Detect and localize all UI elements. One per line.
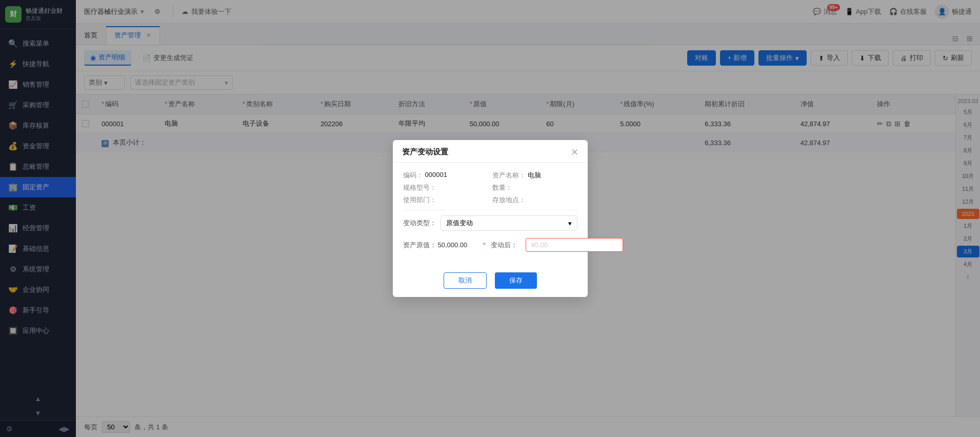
department-label: 使用部门： bbox=[403, 195, 436, 205]
modal-overlay: 资产变动设置 ✕ 编码： 000001 资产名称： 电脑 规格型号： bbox=[0, 0, 980, 437]
dialog-name-col: 资产名称： 电脑 bbox=[492, 171, 577, 180]
dialog-code-col: 编码： 000001 bbox=[403, 171, 488, 180]
dialog-dept-col: 使用部门： bbox=[403, 195, 488, 205]
asset-name-value: 电脑 bbox=[528, 171, 541, 180]
dialog-info-row-2: 规格型号： 数量： bbox=[403, 183, 577, 192]
save-button[interactable]: 保存 bbox=[495, 272, 537, 289]
quantity-label: 数量： bbox=[492, 183, 512, 192]
dialog-body: 编码： 000001 资产名称： 电脑 规格型号： 数量： bbox=[393, 163, 588, 267]
after-change-label: 变动后： bbox=[491, 241, 522, 250]
change-type-row: 变动类型： 原值变动 ▾ bbox=[403, 215, 577, 231]
asset-name-label: 资产名称： bbox=[492, 171, 526, 180]
dialog-title: 资产变动设置 bbox=[402, 147, 448, 157]
dialog-quantity-col: 数量： bbox=[492, 183, 577, 192]
cancel-button[interactable]: 取消 bbox=[444, 272, 487, 289]
dialog-info-row-1: 编码： 000001 资产名称： 电脑 bbox=[403, 171, 577, 180]
dialog-location-col: 存放地点： bbox=[492, 195, 577, 205]
code-label: 编码： bbox=[403, 171, 423, 180]
value-row: 资产原值： 50,000.00 * 变动后： bbox=[403, 238, 577, 252]
after-change-input[interactable] bbox=[526, 238, 623, 252]
change-type-value: 原值变动 bbox=[446, 218, 473, 228]
change-type-label: 变动类型： bbox=[403, 218, 436, 228]
dialog-spec-col: 规格型号： bbox=[403, 183, 488, 192]
spec-label: 规格型号： bbox=[403, 183, 436, 192]
code-value: 000001 bbox=[425, 171, 447, 180]
dialog-info-row-3: 使用部门： 存放地点： bbox=[403, 195, 577, 205]
chevron-down-icon: ▾ bbox=[568, 220, 572, 227]
dialog-header: 资产变动设置 ✕ bbox=[393, 140, 588, 163]
location-label: 存放地点： bbox=[492, 195, 526, 205]
change-type-select[interactable]: 原值变动 ▾ bbox=[441, 215, 577, 231]
original-value-display: 50,000.00 bbox=[438, 241, 479, 249]
dialog-divider bbox=[403, 210, 577, 210]
dialog-close-btn[interactable]: ✕ bbox=[571, 148, 578, 157]
required-star: * bbox=[483, 241, 486, 249]
original-value-label: 资产原值： bbox=[403, 241, 434, 250]
dialog-footer: 取消 保存 bbox=[393, 267, 588, 297]
asset-change-dialog: 资产变动设置 ✕ 编码： 000001 资产名称： 电脑 规格型号： bbox=[393, 140, 588, 297]
